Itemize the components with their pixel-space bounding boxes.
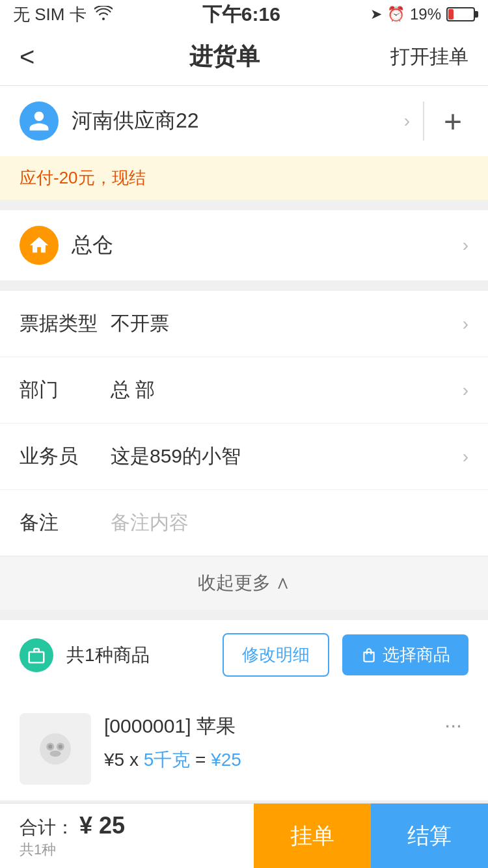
invoice-chevron-icon: › — [463, 314, 468, 334]
products-count: 共1种商品 — [66, 643, 210, 668]
page-title: 进货单 — [189, 41, 260, 73]
supplier-notice: 应付-20元，现结 — [0, 156, 488, 200]
svg-point-0 — [40, 733, 71, 765]
open-suspend-button[interactable]: 打开挂单 — [390, 44, 468, 70]
product-info: [0000001] 苹果 ¥5 x 5千克 = ¥25 — [104, 713, 425, 772]
svg-point-3 — [48, 744, 52, 748]
remark-label: 备注 — [20, 509, 111, 536]
salesperson-label: 业务员 — [20, 443, 111, 470]
warehouse-icon — [20, 226, 59, 265]
department-value: 总 部 — [111, 377, 463, 403]
status-bar: 无 SIM 卡 下午6:16 ➤ ⏰ 19% — [0, 0, 488, 29]
products-icon — [20, 638, 53, 672]
product-total: ¥25 — [211, 750, 241, 770]
nav-bar: < 进货单 打开挂单 — [0, 29, 488, 86]
supplier-card: 河南供应商22 › + 应付-20元，现结 — [0, 86, 488, 200]
location-icon: ➤ — [370, 6, 382, 23]
invoice-label: 票据类型 — [20, 310, 111, 337]
products-header: 共1种商品 修改明细 选择商品 — [0, 620, 488, 690]
warehouse-chevron-icon: › — [463, 235, 468, 256]
form-card: 票据类型 不开票 › 部门 总 部 › 业务员 这是859的小智 › 备注 备注… — [0, 291, 488, 610]
warehouse-card: 总仓 › — [0, 210, 488, 280]
carrier-label: 无 SIM 卡 — [13, 3, 87, 26]
salesperson-chevron-icon: › — [463, 446, 468, 467]
remark-input[interactable]: 备注内容 — [111, 509, 468, 536]
salesperson-row[interactable]: 业务员 这是859的小智 › — [0, 424, 488, 490]
wifi-icon — [94, 5, 113, 25]
product-code: [0000001] — [104, 715, 191, 737]
invoice-type-row[interactable]: 票据类型 不开票 › — [0, 291, 488, 357]
add-supplier-button[interactable]: + — [437, 103, 468, 139]
invoice-value: 不开票 — [111, 310, 463, 337]
checkout-button[interactable]: 结算 — [371, 804, 488, 868]
status-time: 下午6:16 — [202, 1, 280, 28]
content-area: 河南供应商22 › + 应付-20元，现结 总仓 › 票据类型 不开票 › 部门… — [0, 86, 488, 868]
department-chevron-icon: › — [463, 380, 468, 401]
product-price: ¥5 x 5千克 = ¥25 — [104, 748, 425, 772]
product-more-button[interactable]: ··· — [438, 713, 468, 737]
total-amount: ¥ 25 — [79, 812, 125, 839]
svg-point-4 — [59, 744, 62, 748]
suspend-button[interactable]: 挂单 — [254, 804, 371, 868]
remark-row[interactable]: 备注 备注内容 — [0, 490, 488, 556]
total-label: 合计： — [20, 815, 74, 840]
product-name-text: 苹果 — [197, 715, 236, 737]
supplier-chevron-icon: › — [404, 111, 410, 131]
edit-detail-button[interactable]: 修改明细 — [223, 633, 329, 677]
total-section: 合计： ¥ 25 共1种 — [0, 804, 254, 868]
supplier-row[interactable]: 河南供应商22 › + — [0, 86, 488, 156]
collapse-bar[interactable]: 收起更多 ∧ — [0, 556, 488, 610]
status-right: ➤ ⏰ 19% — [370, 5, 475, 23]
product-name: [0000001] 苹果 — [104, 713, 425, 740]
supplier-name: 河南供应商22 — [72, 107, 404, 135]
battery-icon — [446, 7, 475, 21]
product-thumbnail — [20, 713, 91, 785]
bottom-bar: 合计： ¥ 25 共1种 挂单 结算 — [0, 803, 488, 868]
product-qty: 5千克 — [144, 750, 191, 770]
alarm-icon: ⏰ — [387, 6, 405, 23]
supplier-divider — [423, 102, 424, 141]
supplier-avatar — [20, 102, 59, 141]
battery-percent: 19% — [410, 5, 441, 23]
select-product-button[interactable]: 选择商品 — [342, 634, 468, 675]
department-row[interactable]: 部门 总 部 › — [0, 357, 488, 424]
warehouse-name: 总仓 — [72, 231, 463, 260]
svg-point-5 — [50, 750, 61, 757]
equals-sign: = — [195, 750, 211, 770]
back-button[interactable]: < — [20, 42, 59, 72]
price-separator: x — [129, 750, 144, 770]
select-product-label: 选择商品 — [383, 644, 450, 666]
status-left: 无 SIM 卡 — [13, 3, 113, 26]
total-count: 共1种 — [20, 840, 234, 860]
product-item: [0000001] 苹果 ¥5 x 5千克 = ¥25 ··· — [0, 698, 488, 800]
unit-price: ¥5 — [104, 750, 124, 770]
department-label: 部门 — [20, 377, 111, 403]
salesperson-value: 这是859的小智 — [111, 443, 463, 470]
products-card: 共1种商品 修改明细 选择商品 — [0, 620, 488, 800]
warehouse-row[interactable]: 总仓 › — [0, 210, 488, 280]
